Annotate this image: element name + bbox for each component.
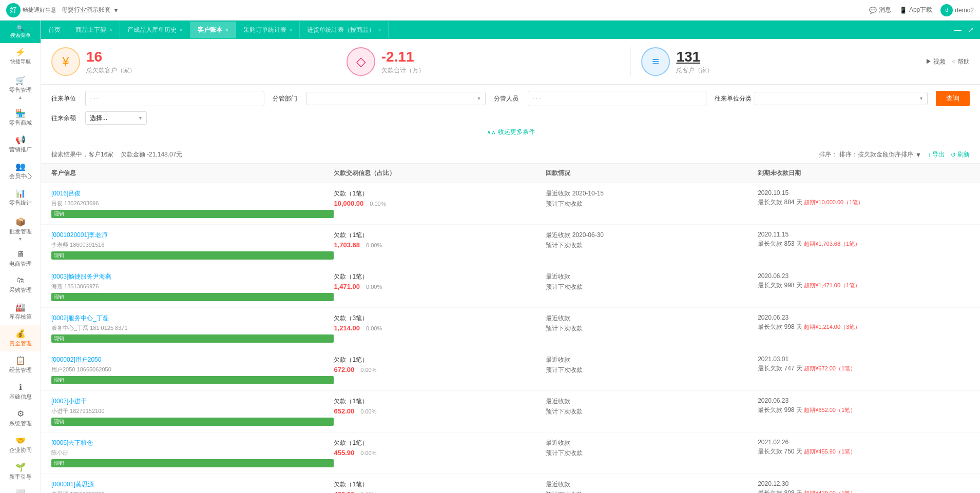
overdue-link-1[interactable]: 超期¥1,703.68（1笔） bbox=[804, 241, 860, 247]
debt-amount-2: 1,471.00 bbox=[334, 283, 360, 290]
last-collect-1: 最近收款 2020-06-30 bbox=[546, 231, 758, 240]
stat-icon: 📊 bbox=[15, 188, 26, 198]
debt-row-7: 429.00 0.00% bbox=[334, 490, 546, 493]
sidebar-item-newbie[interactable]: 🌱 新手引导 bbox=[0, 458, 41, 485]
overdue-link-3[interactable]: 超期¥1,214.00（3笔） bbox=[804, 324, 860, 330]
close-icon2[interactable]: × bbox=[180, 27, 183, 33]
sidebar-item-fund[interactable]: 💰 资金管理 bbox=[0, 325, 41, 351]
tab-customer-account[interactable]: 客户账本 × bbox=[190, 22, 236, 38]
collapse-row[interactable]: ∧∧ 收起更多条件 bbox=[51, 125, 970, 140]
customer-phone-7: 黄思源 13552700226 bbox=[51, 490, 334, 493]
table-row: [000002]用户2050 用户2050 18665062050 现销 欠款（… bbox=[41, 349, 980, 391]
sidebar-item-biz-mgmt[interactable]: 📋 经营管理 bbox=[0, 351, 41, 378]
refresh-btn[interactable]: ↺ 刷新 bbox=[951, 150, 970, 159]
sidebar-item-retail-mgmt[interactable]: 🛒 零售管理 ▲ bbox=[0, 71, 41, 104]
tab-purchase-stats[interactable]: 采购订单统计表 × bbox=[236, 22, 300, 38]
sidebar-item-basic[interactable]: ℹ 基础信息 bbox=[0, 378, 41, 405]
customer-name-link-4[interactable]: [000002]用户2050 bbox=[51, 356, 334, 364]
return-info-4: 最近收款 预计下次收款 bbox=[546, 356, 758, 384]
sidebar-item-corp[interactable]: 🤝 企业协同 bbox=[0, 431, 41, 458]
sidebar-item-member[interactable]: 👥 会员中心 bbox=[0, 157, 41, 184]
stat-num-debt: 16 bbox=[86, 49, 136, 65]
close-icon3[interactable]: × bbox=[225, 27, 228, 33]
apps-icon: ⬜ bbox=[15, 489, 26, 493]
last-collect-0: 最近收款 2020-10-15 bbox=[546, 189, 758, 198]
customer-tag-0: 现销 bbox=[51, 210, 334, 218]
export-btn[interactable]: ↑ 导出 bbox=[928, 150, 945, 159]
customer-name-link-0[interactable]: [0016]吕俊 bbox=[51, 189, 334, 198]
stat-icon-amount: ◇ bbox=[347, 47, 375, 76]
overdue-link-4[interactable]: 超期¥672.00（1笔） bbox=[804, 365, 856, 371]
unit-class-label: 往来单位分类 bbox=[715, 94, 752, 103]
sidebar-item-purchase[interactable]: 🛍 采购管理 bbox=[0, 272, 41, 298]
sidebar-item-sys[interactable]: ⚙ 系统管理 bbox=[0, 405, 41, 431]
retail-icon: 🛒 bbox=[15, 75, 26, 85]
overdue-info-6: 2021.02.26 最长欠款 750 天 超期¥455.90（1笔） bbox=[758, 439, 970, 467]
overdue-link-5[interactable]: 超期¥652.00（1笔） bbox=[804, 407, 856, 413]
sidebar-item-batch-mgmt[interactable]: 📦 批发管理 ▼ bbox=[0, 213, 41, 246]
customer-name-link-3[interactable]: [0002]服务中心_丁磊 bbox=[51, 314, 334, 323]
user-avatar[interactable]: d demo2 bbox=[940, 4, 974, 16]
sort-select[interactable]: 排序： 排序：按欠款金额倒序排序 ▼ bbox=[819, 150, 921, 159]
sidebar-item-inventory[interactable]: 🏭 库存核算 bbox=[0, 298, 41, 325]
stat-card-debt-customers: ¥ 16 总欠款客户（家） bbox=[51, 47, 336, 76]
video-icon: ▶ bbox=[926, 58, 932, 65]
close-icon[interactable]: × bbox=[109, 27, 112, 33]
close-icon5[interactable]: × bbox=[378, 27, 381, 33]
return-info-5: 最近收款 预计下次收款 bbox=[546, 397, 758, 426]
debt-pct-0: 0.00% bbox=[370, 201, 386, 207]
message-btn[interactable]: 💬 消息 bbox=[869, 6, 891, 14]
tab-maximize-btn[interactable]: ⤢ bbox=[966, 24, 976, 36]
result-text: 搜索结果中，客户16家 欠款金额 -21,148.07元 bbox=[51, 150, 182, 159]
overdue-link-0[interactable]: 超期¥10,000.00（1笔） bbox=[804, 199, 863, 205]
sidebar-item-retail-stat[interactable]: 📊 零售统计 bbox=[0, 184, 41, 211]
customer-name-link-7[interactable]: [000001]黄思源 bbox=[51, 480, 334, 489]
overdue-link-7[interactable]: 超期¥429.00（1笔） bbox=[804, 490, 856, 493]
customer-info-6: [0006]去下粮仓 陈小册 现销 bbox=[51, 439, 334, 467]
source-unit-input[interactable]: ··· bbox=[85, 91, 264, 106]
close-icon4[interactable]: × bbox=[290, 27, 293, 33]
next-collect-0: 预计下次收款 bbox=[546, 200, 758, 208]
tab-home[interactable]: 首页 bbox=[41, 22, 68, 38]
last-collect-3: 最近收款 bbox=[546, 314, 758, 323]
table-row: [0007]小进干 小进干 18279152100 现销 欠款（1笔） 652.… bbox=[41, 391, 980, 432]
customer-name-link-1[interactable]: [0001020001]李老师 bbox=[51, 231, 334, 240]
overdue-link-6[interactable]: 超期¥455.90（1笔） bbox=[804, 448, 856, 455]
tab-goods-offline[interactable]: 商品上下架 × bbox=[68, 22, 120, 38]
tab-minimize-btn[interactable]: — bbox=[952, 24, 964, 36]
sidebar-search[interactable]: 🔍 搜索菜单 bbox=[0, 21, 41, 43]
sidebar-item-ecom[interactable]: 🖥 电商管理 bbox=[0, 246, 41, 272]
tab-product-history[interactable]: 产成品入库单历史 × bbox=[120, 22, 190, 38]
person-input[interactable]: ··· bbox=[528, 91, 707, 106]
sidebar-item-retail-mall[interactable]: 🏪 零售商城 bbox=[0, 104, 41, 131]
data-table: 客户信息 欠款交易信息（占比） 回款情况 到期未收款日期 [0016]吕俊 吕俊… bbox=[41, 164, 980, 493]
industry-select[interactable]: 母婴行业演示账套 ▼ bbox=[62, 6, 119, 14]
sidebar-item-quicknav[interactable]: ⚡ 快捷导航 bbox=[0, 43, 41, 69]
tab-bar-right: — ⤢ bbox=[952, 24, 980, 36]
next-collect-1: 预计下次收款 bbox=[546, 241, 758, 250]
sidebar: 🔍 搜索菜单 ⚡ 快捷导航 🛒 零售管理 ▲ 🏪 零售商城 📢 营销推广 👥 会… bbox=[0, 21, 41, 493]
unit-class-select[interactable] bbox=[755, 92, 928, 105]
sidebar-item-marketing[interactable]: 📢 营销推广 bbox=[0, 131, 41, 157]
overdue-link-2[interactable]: 超期¥1,471.00（1笔） bbox=[804, 282, 860, 288]
search-button[interactable]: 查询 bbox=[936, 91, 970, 106]
debt-pct-3: 0.00% bbox=[366, 325, 382, 331]
debt-info-4: 欠款（1笔） 672.00 0.00% bbox=[334, 356, 546, 384]
debt-count-1: 欠款（1笔） bbox=[334, 231, 546, 240]
debt-amount-4: 672.00 bbox=[334, 366, 354, 373]
customer-name-link-6[interactable]: [0006]去下粮仓 bbox=[51, 439, 334, 447]
app-download-btn[interactable]: 📱 App下载 bbox=[899, 6, 932, 14]
dept-select[interactable] bbox=[306, 92, 486, 105]
stat-num-total: 131 bbox=[676, 49, 713, 65]
help-btn[interactable]: ○ 帮助 bbox=[952, 57, 970, 66]
next-collect-3: 预计下次收款 bbox=[546, 324, 758, 333]
stat-icon-total: ≡ bbox=[641, 47, 670, 76]
tab-stock-stats[interactable]: 进货单统计表（按商品） × bbox=[300, 22, 389, 38]
customer-name-link-2[interactable]: [0003]畅捷服务尹海燕 bbox=[51, 272, 334, 281]
customer-name-link-5[interactable]: [0007]小进干 bbox=[51, 397, 334, 406]
sidebar-item-apps[interactable]: ⬜ 应用中心 bbox=[0, 485, 41, 493]
video-btn[interactable]: ▶ 视频 bbox=[926, 57, 946, 66]
overdue-info-3: 2020.06.23 最长欠款 998 天 超期¥1,214.00（3笔） bbox=[758, 314, 970, 343]
debt-count-2: 欠款（1笔） bbox=[334, 272, 546, 281]
balance-select[interactable]: 选择... bbox=[85, 111, 147, 125]
